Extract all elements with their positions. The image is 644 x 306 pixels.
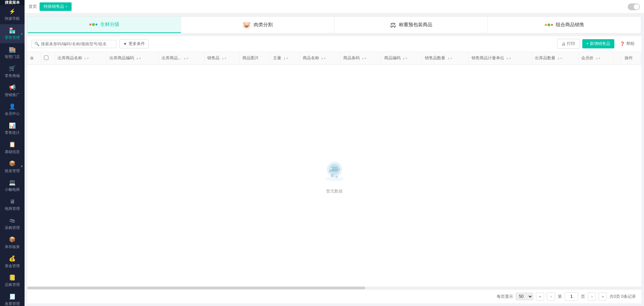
sidebar-item-basic-info[interactable]: 📋 基础信息 xyxy=(0,138,25,157)
sidebar-item-retail-mall[interactable]: 🛒 零售商城 xyxy=(0,62,25,81)
sidebar-item-marketing[interactable]: 📢 营销推广 xyxy=(0,81,25,100)
membership-icon: 👤 xyxy=(9,103,16,110)
help-button[interactable]: ❓ 帮助 xyxy=(617,39,637,48)
weight-package-label: 称重预包装商品 xyxy=(399,22,432,28)
prev-page-button[interactable]: ‹ xyxy=(547,292,555,301)
tab-fresh-grade[interactable]: 生鲜分级 xyxy=(28,17,181,33)
page-size-label: 每页显示 xyxy=(497,294,513,300)
first-page-button[interactable]: « xyxy=(536,292,544,301)
page-unit-before: 第 xyxy=(558,294,562,300)
fresh-grade-label: 生鲜分级 xyxy=(100,21,119,28)
sort-icon[interactable]: ▲▼ xyxy=(136,57,141,60)
mini-ecom-icon: 💻 xyxy=(9,179,16,186)
sidebar-item-quick-nav[interactable]: ⚡ 快捷导航 xyxy=(0,5,25,24)
tab-close-button[interactable]: × xyxy=(65,5,68,9)
search-box[interactable]: 🔍 xyxy=(31,40,117,48)
col-checkbox[interactable] xyxy=(41,52,55,65)
toggle-button[interactable] xyxy=(628,3,640,10)
combo-sale-icon xyxy=(545,24,553,26)
sort-icon[interactable]: ▲▼ xyxy=(221,57,227,60)
empty-state: 暂无数据 xyxy=(27,65,641,287)
pagination: 每页显示 50 10 20 100 « ‹ 第 页 › xyxy=(27,289,641,303)
col-goods-code: 商品编码 ▲▼ xyxy=(381,52,422,65)
sidebar-item-inventory[interactable]: 📦 库存核算 xyxy=(0,233,25,252)
svg-point-0 xyxy=(325,177,344,181)
empty-state-icon xyxy=(321,157,348,184)
col-out-qty: 出库品数量 ▲▼ xyxy=(532,52,579,65)
tab-label: 特殊销售品 xyxy=(44,4,64,10)
col-settings[interactable]: ⚙ xyxy=(27,52,41,65)
sidebar-item-retail-stats[interactable]: 📊 零售统计 xyxy=(0,119,25,138)
sort-icon[interactable]: ▲▼ xyxy=(506,57,511,60)
select-all-checkbox[interactable] xyxy=(44,56,48,60)
sort-icon[interactable]: ▲▼ xyxy=(283,57,289,60)
active-tab[interactable]: 特殊销售品 × xyxy=(40,2,72,11)
filter-icon: ▼ xyxy=(123,42,127,46)
sidebar-item-smart-store[interactable]: 🏬 智慧门店 xyxy=(0,43,25,62)
print-icon: 🖨 xyxy=(561,42,566,46)
data-table: ⚙ 出库商品名称 ▲▼ 出库商品编码 ▲▼ xyxy=(27,52,641,65)
tab-meat-cut[interactable]: 🐷 肉类分割 xyxy=(181,17,334,33)
add-sale-item-button[interactable]: + 新增销售品 xyxy=(582,39,614,48)
col-extra xyxy=(614,52,622,65)
sidebar-item-mini-ecom[interactable]: 💻 小畅电商 xyxy=(0,176,25,195)
invoice-mgmt-icon: 🧾 xyxy=(9,293,16,301)
quick-nav-icon: ⚡ xyxy=(9,8,16,15)
scroll-thumb[interactable] xyxy=(27,287,365,289)
sidebar-item-wholesale-mgmt[interactable]: 📦 批发管理 xyxy=(0,157,25,176)
col-out-goods-code: 出库商品编码 ▲▼ xyxy=(107,52,159,65)
basic-info-icon: 📋 xyxy=(9,141,16,148)
sidebar-item-retail-mgmt[interactable]: 🏪 零售管理 xyxy=(0,24,25,43)
svg-point-4 xyxy=(330,174,334,178)
sidebar-item-membership[interactable]: 👤 会员中心 xyxy=(0,100,25,119)
wholesale-mgmt-icon: 📦 xyxy=(9,160,16,167)
sort-icon[interactable]: ▲▼ xyxy=(447,57,453,60)
col-out-goods-name: 出库商品名称 ▲▼ xyxy=(55,52,107,65)
topbar: 首页 特殊销售品 × xyxy=(25,0,644,14)
help-icon: ❓ xyxy=(620,42,625,46)
sidebar-item-ecom-mgmt[interactable]: 🖥 电商管理 xyxy=(0,195,25,214)
tab-combo-sale[interactable]: 组合商品销售 xyxy=(488,17,641,33)
sort-icon[interactable]: ▲▼ xyxy=(402,57,408,60)
home-breadcrumb[interactable]: 首页 xyxy=(29,4,37,10)
col-sale-unit: 销售商品计量单位 ▲▼ xyxy=(468,52,532,65)
sidebar-item-general-ledger[interactable]: 📒 总账管理 xyxy=(0,271,25,290)
next-page-button[interactable]: › xyxy=(588,292,596,301)
print-button[interactable]: 🖨 打印 xyxy=(557,39,580,49)
last-page-button[interactable]: » xyxy=(599,292,607,301)
general-ledger-icon: 📒 xyxy=(9,274,16,281)
page-size-select[interactable]: 50 10 20 100 xyxy=(516,293,533,300)
meat-cut-icon: 🐷 xyxy=(242,21,251,29)
col-member-price: 会员价 ▲▼ xyxy=(579,52,614,65)
retail-mgmt-icon: 🏪 xyxy=(9,27,16,34)
col-main-weight: 主量 ▲▼ xyxy=(270,52,300,65)
ecom-mgmt-icon: 🖥 xyxy=(10,198,15,205)
main-content: 首页 特殊销售品 × 生鲜分级 🐷 肉类分割 xyxy=(25,0,644,306)
meat-cut-label: 肉类分割 xyxy=(254,22,273,28)
finance-icon: 💰 xyxy=(9,255,16,262)
svg-rect-3 xyxy=(331,167,338,171)
toolbar: 🔍 ▼ 更多条件 🖨 打印 + 新增销售品 ❓ xyxy=(27,36,641,52)
svg-point-5 xyxy=(335,175,338,178)
sort-icon[interactable]: ▲▼ xyxy=(84,57,89,60)
sort-icon[interactable]: ▲▼ xyxy=(321,57,326,60)
sort-icon[interactable]: ▲▼ xyxy=(557,57,563,60)
sidebar-item-purchase-mgmt[interactable]: 🛍 采购管理 xyxy=(0,214,25,233)
sidebar-item-finance[interactable]: 💰 资金管理 xyxy=(0,252,25,271)
combo-sale-label: 组合商品销售 xyxy=(556,22,584,28)
search-input[interactable] xyxy=(41,42,114,46)
empty-text: 暂无数据 xyxy=(326,188,343,194)
page-number-input[interactable] xyxy=(565,292,578,301)
filter-button[interactable]: ▼ 更多条件 xyxy=(119,39,149,48)
sort-icon[interactable]: ▲▼ xyxy=(362,57,367,60)
retail-stats-icon: 📊 xyxy=(9,122,16,129)
horizontal-scrollbar[interactable] xyxy=(27,287,641,289)
col-out-goods-extra: 出库商品... ▲▼ xyxy=(159,52,205,65)
retail-mall-icon: 🛒 xyxy=(9,65,16,72)
table-container: 🔍 ▼ 更多条件 🖨 打印 + 新增销售品 ❓ xyxy=(27,36,641,303)
tab-weight-package[interactable]: ⚖ 称重预包装商品 xyxy=(334,17,488,33)
sidebar-item-invoice-mgmt[interactable]: 🧾 发票管理 xyxy=(0,290,25,306)
fresh-grade-icon xyxy=(89,23,98,26)
sort-icon[interactable]: ▲▼ xyxy=(596,57,601,60)
sort-icon[interactable]: ▲▼ xyxy=(183,57,189,60)
